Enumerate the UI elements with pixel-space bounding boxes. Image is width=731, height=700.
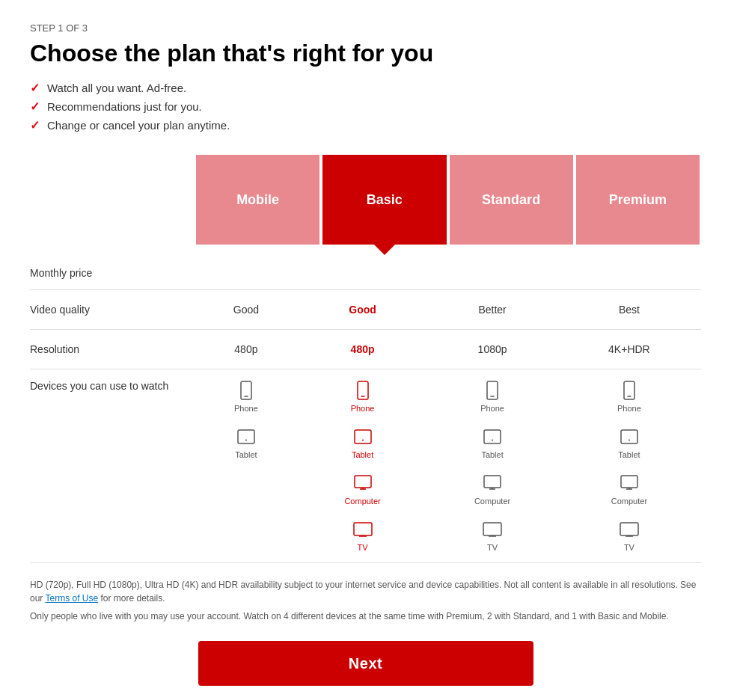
premium-device-group: Phone Tablet Computer [565, 380, 694, 552]
premium-phone-item: Phone [617, 380, 641, 413]
svg-rect-2 [238, 430, 254, 443]
mobile-video-quality: Good [195, 290, 298, 330]
standard-tablet-item: Tablet [481, 426, 503, 459]
resolution-label: Resolution [30, 330, 195, 369]
premium-tablet-item: Tablet [618, 426, 640, 459]
standard-tablet-label: Tablet [481, 450, 503, 459]
svg-rect-28 [621, 476, 637, 488]
svg-rect-26 [621, 430, 637, 443]
benefit-item: ✓ Change or cancel your plan anytime. [30, 118, 701, 132]
basic-phone-label: Phone [351, 404, 375, 413]
premium-devices: Phone Tablet Computer [557, 369, 701, 563]
mobile-devices: Phone Tablet [195, 369, 298, 563]
premium-tablet-label: Tablet [618, 450, 640, 459]
benefits-list: ✓ Watch all you want. Ad-free. ✓ Recomme… [30, 81, 701, 132]
svg-rect-16 [484, 430, 501, 443]
video-quality-label: Video quality [30, 290, 195, 330]
standard-tv-label: TV [487, 543, 498, 552]
svg-rect-6 [355, 430, 371, 443]
footnote-1: HD (720p), Full HD (1080p), Ultra HD (4K… [30, 578, 701, 605]
svg-rect-21 [483, 523, 501, 535]
premium-phone-label: Phone [617, 404, 641, 413]
mobile-phone-item: Phone [234, 380, 258, 413]
terms-link[interactable]: Terms of Use [45, 593, 98, 604]
svg-point-17 [492, 440, 493, 441]
tablet-icon [236, 426, 257, 447]
standard-tv-item: TV [482, 519, 503, 552]
basic-computer-item: Computer [344, 473, 380, 506]
basic-video-quality: Good [298, 290, 428, 330]
plan-basic-wrap: Basic [321, 153, 447, 257]
computer-icon-basic [352, 473, 373, 494]
premium-tv-label: TV [624, 543, 634, 552]
footnotes: HD (720p), Full HD (1080p), Ultra HD (4K… [30, 578, 701, 623]
standard-phone-label: Phone [480, 404, 504, 413]
basic-tv-label: TV [358, 543, 368, 552]
svg-rect-18 [484, 476, 501, 488]
premium-resolution: 4K+HDR [557, 330, 701, 369]
selected-plan-arrow [374, 245, 395, 255]
step-label: STEP 1 OF 3 [30, 22, 701, 34]
standard-resolution: 1080p [427, 330, 557, 369]
premium-computer-label: Computer [611, 497, 647, 506]
phone-icon [236, 380, 257, 401]
standard-phone-item: Phone [480, 380, 504, 413]
premium-computer-item: Computer [611, 473, 647, 506]
standard-computer-label: Computer [474, 497, 510, 506]
next-button[interactable]: Next [198, 641, 533, 686]
svg-rect-11 [354, 523, 372, 535]
plan-premium-wrap: Premium [575, 153, 701, 257]
check-icon: ✓ [30, 118, 40, 132]
premium-price [557, 257, 701, 290]
resolution-row: Resolution 480p 480p 1080p 4K+HDR [30, 330, 701, 369]
plan-mobile-wrap: Mobile [195, 153, 321, 257]
computer-icon-premium [619, 473, 640, 494]
devices-row: Devices you can use to watch Phone Tabl [30, 369, 701, 563]
basic-phone-item: Phone [351, 380, 375, 413]
mobile-phone-label: Phone [234, 404, 258, 413]
basic-tablet-label: Tablet [352, 450, 373, 459]
svg-point-3 [245, 440, 247, 441]
benefit-item: ✓ Watch all you want. Ad-free. [30, 81, 701, 95]
devices-label: Devices you can use to watch [30, 369, 195, 563]
premium-tv-item: TV [619, 519, 640, 552]
computer-icon-standard [482, 473, 503, 494]
monthly-price-row: Monthly price [30, 257, 701, 290]
svg-point-27 [628, 440, 630, 441]
plan-basic-button[interactable]: Basic [322, 155, 446, 245]
plan-cards-row: Mobile Basic Standard Premium [30, 153, 701, 257]
standard-device-group: Phone Tablet Computer [435, 380, 550, 552]
basic-devices: Phone Tablet Computer [298, 369, 428, 563]
plan-cards: Mobile Basic Standard Premium [195, 153, 701, 257]
basic-tv-item: TV [352, 519, 373, 552]
standard-devices: Phone Tablet Computer [427, 369, 557, 563]
plan-mobile-button[interactable]: Mobile [196, 155, 319, 245]
benefit-item: ✓ Recommendations just for you. [30, 99, 701, 114]
page-title: Choose the plan that's right for you [30, 40, 701, 67]
tablet-icon-premium [619, 426, 640, 447]
svg-rect-31 [620, 523, 638, 535]
tv-icon-standard [482, 519, 503, 540]
monthly-price-label: Monthly price [30, 257, 195, 290]
mobile-resolution: 480p [195, 330, 298, 369]
basic-device-group: Phone Tablet Computer [305, 380, 420, 552]
mobile-device-group: Phone Tablet [202, 380, 290, 459]
mobile-tablet-label: Tablet [235, 450, 257, 459]
premium-video-quality: Best [557, 290, 701, 330]
plan-premium-button[interactable]: Premium [576, 155, 700, 245]
mobile-tablet-item: Tablet [235, 426, 257, 459]
check-icon: ✓ [30, 99, 40, 114]
svg-rect-8 [355, 476, 371, 488]
check-icon: ✓ [30, 81, 40, 95]
video-quality-row: Video quality Good Good Better Best [30, 290, 701, 330]
phone-icon-basic [352, 380, 373, 401]
standard-computer-item: Computer [474, 473, 510, 506]
basic-tablet-item: Tablet [352, 426, 373, 459]
tablet-icon-standard [482, 426, 503, 447]
plan-standard-button[interactable]: Standard [450, 155, 573, 245]
svg-point-7 [362, 440, 364, 441]
phone-icon-premium [619, 380, 640, 401]
tablet-icon-basic [352, 426, 373, 447]
tv-icon-basic [352, 519, 373, 540]
standard-price [427, 257, 557, 290]
